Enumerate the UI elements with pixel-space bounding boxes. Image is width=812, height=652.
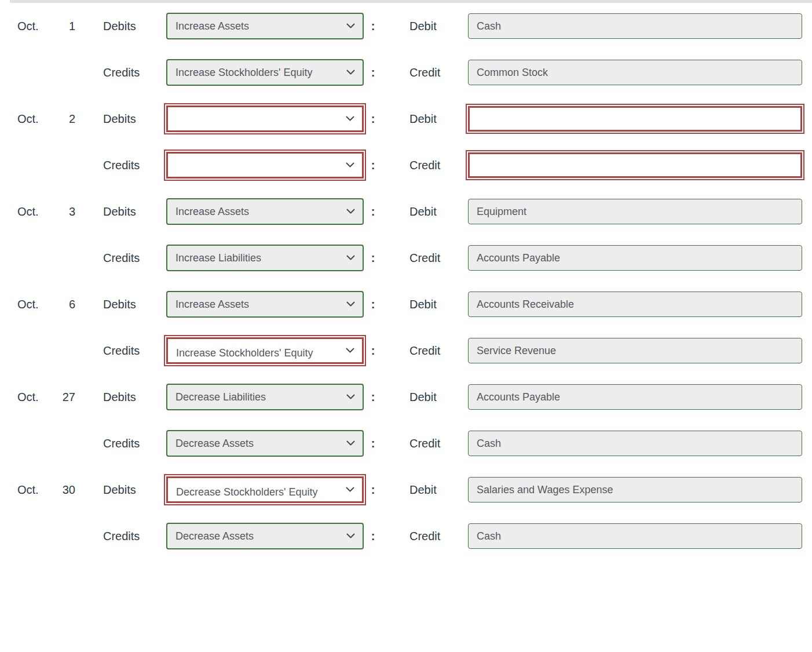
- colon-separator: :: [367, 391, 379, 403]
- debit-account-input[interactable]: [468, 13, 802, 39]
- debit-line: Oct. 6 Debits Increase Assets : Debit: [0, 291, 812, 318]
- chevron-down-icon: [346, 23, 355, 29]
- debit-account-input[interactable]: [468, 199, 802, 224]
- day-label: 6: [45, 298, 75, 310]
- month-label: Oct.: [17, 20, 45, 32]
- colon-separator: :: [367, 484, 379, 496]
- chevron-down-icon: [346, 162, 354, 168]
- month-label: Oct.: [17, 206, 45, 217]
- credit-effect-select[interactable]: Increase Stockholders' Equity: [166, 59, 364, 86]
- credit-account-input[interactable]: [468, 338, 802, 363]
- debits-label: Debits: [103, 113, 166, 125]
- chevron-down-icon: [346, 394, 355, 400]
- day-label: 27: [45, 391, 75, 403]
- debit-effect-select[interactable]: Decrease Liabilities: [166, 384, 364, 410]
- chevron-down-icon: [346, 70, 355, 75]
- debit-label: Debit: [409, 391, 468, 403]
- entry-group: Oct. 2 Debits : Debit Credits: [0, 105, 812, 179]
- debit-account-input[interactable]: [468, 384, 802, 410]
- colon-separator: :: [367, 20, 379, 32]
- debits-label: Debits: [103, 206, 166, 217]
- month-label: Oct.: [17, 298, 45, 310]
- credit-label: Credit: [409, 252, 468, 264]
- month-label: Oct.: [17, 484, 45, 496]
- credit-effect-selected-option: Increase Liabilities: [175, 252, 261, 264]
- colon-separator: :: [367, 159, 379, 171]
- credit-effect-selected-option: Decrease Assets: [175, 530, 254, 542]
- credits-label: Credits: [103, 530, 166, 542]
- debit-line: Oct. 27 Debits Decrease Liabilities : De…: [0, 384, 812, 410]
- credits-label: Credits: [103, 438, 166, 449]
- chevron-down-icon: [346, 348, 354, 354]
- debit-effect-select[interactable]: Decrease Stockholders' Equity: [166, 476, 364, 503]
- credit-effect-select[interactable]: Decrease Assets: [166, 523, 364, 549]
- debit-effect-selected-option: Increase Assets: [175, 20, 249, 32]
- credit-account-input[interactable]: [468, 152, 802, 178]
- debit-account-input[interactable]: [468, 292, 802, 317]
- debit-effect-selected-option: Decrease Stockholders' Equity: [176, 486, 318, 498]
- credit-line: Credits Increase Stockholders' Equity : …: [0, 337, 812, 364]
- credit-effect-selected-option: Increase Stockholders' Equity: [175, 67, 313, 79]
- credit-effect-select[interactable]: [166, 152, 364, 179]
- debit-effect-select[interactable]: Increase Assets: [166, 198, 364, 225]
- debit-line: Oct. 2 Debits : Debit: [0, 105, 812, 132]
- colon-separator: :: [367, 530, 379, 542]
- entry-group: Oct. 27 Debits Decrease Liabilities : De…: [0, 384, 812, 457]
- debit-label: Debit: [409, 20, 468, 32]
- credit-line: Credits Decrease Assets : Credit: [0, 430, 812, 457]
- credit-line: Credits : Credit: [0, 152, 812, 179]
- colon-separator: :: [367, 67, 379, 78]
- debit-effect-selected-option: Increase Assets: [175, 206, 249, 218]
- debit-account-input[interactable]: [468, 106, 802, 132]
- debit-line: Oct. 3 Debits Increase Assets : Debit: [0, 198, 812, 225]
- credit-line: Credits Increase Stockholders' Equity : …: [0, 59, 812, 86]
- credit-effect-select[interactable]: Decrease Assets: [166, 430, 364, 457]
- colon-separator: :: [367, 252, 379, 264]
- credit-label: Credit: [409, 438, 468, 449]
- credits-label: Credits: [103, 67, 166, 78]
- credit-effect-select[interactable]: Increase Liabilities: [166, 245, 364, 271]
- credits-label: Credits: [103, 345, 166, 356]
- colon-separator: :: [367, 113, 379, 125]
- credit-label: Credit: [409, 530, 468, 542]
- colon-separator: :: [367, 206, 379, 217]
- chevron-down-icon: [346, 487, 354, 493]
- credit-label: Credit: [409, 345, 468, 356]
- debit-effect-select[interactable]: Increase Assets: [166, 13, 364, 39]
- entry-group: Oct. 3 Debits Increase Assets : Debit Cr…: [0, 198, 812, 271]
- credit-effect-select[interactable]: Increase Stockholders' Equity: [166, 337, 364, 364]
- credit-effect-selected-option: Increase Stockholders' Equity: [176, 347, 313, 359]
- debit-line: Oct. 1 Debits Increase Assets : Debit: [0, 13, 812, 39]
- entry-group: Oct. 1 Debits Increase Assets : Debit Cr…: [0, 13, 812, 86]
- debits-label: Debits: [103, 391, 166, 403]
- credit-line: Credits Decrease Assets : Credit: [0, 523, 812, 549]
- credits-label: Credits: [103, 159, 166, 171]
- credit-account-input[interactable]: [468, 60, 802, 85]
- colon-separator: :: [367, 298, 379, 310]
- colon-separator: :: [367, 345, 379, 356]
- day-label: 30: [45, 484, 75, 496]
- day-label: 1: [45, 20, 75, 32]
- chevron-down-icon: [346, 440, 355, 446]
- debits-label: Debits: [103, 484, 166, 496]
- debit-effect-select[interactable]: Increase Assets: [166, 291, 364, 318]
- credit-account-input[interactable]: [468, 245, 802, 271]
- debit-effect-selected-option: Decrease Liabilities: [175, 391, 266, 403]
- chevron-down-icon: [346, 533, 355, 539]
- day-label: 3: [45, 206, 75, 217]
- debit-account-input[interactable]: [468, 477, 802, 502]
- credits-label: Credits: [103, 252, 166, 264]
- credit-account-input[interactable]: [468, 431, 802, 456]
- month-label: Oct.: [17, 391, 45, 403]
- day-label: 2: [45, 113, 75, 125]
- debit-effect-selected-option: Increase Assets: [175, 298, 249, 311]
- debit-effect-select[interactable]: [166, 105, 364, 132]
- top-divider: [10, 0, 812, 3]
- debit-label: Debit: [409, 113, 468, 125]
- debit-label: Debit: [409, 206, 468, 217]
- debit-line: Oct. 30 Debits Decrease Stockholders' Eq…: [0, 476, 812, 503]
- credit-account-input[interactable]: [468, 523, 802, 549]
- month-label: Oct.: [17, 113, 45, 125]
- credit-line: Credits Increase Liabilities : Credit: [0, 245, 812, 271]
- chevron-down-icon: [346, 209, 355, 214]
